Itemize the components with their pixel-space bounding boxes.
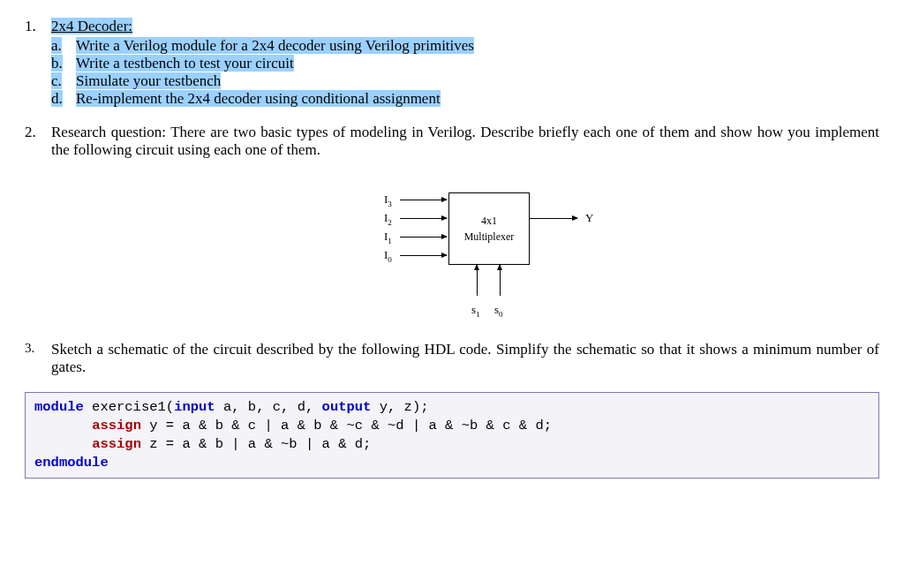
kw-assign2: assign (92, 436, 141, 452)
label-i1: I1 (384, 230, 392, 245)
label-y: Y (585, 211, 593, 225)
mux-box: 4x1 Multiplexer (448, 192, 530, 265)
code-inargs: a, b, c, d, (215, 399, 322, 415)
code-assign2: z = a & b | a & ~b | a & d; (141, 436, 371, 452)
label-i0: I0 (384, 248, 392, 264)
code-assign1: y = a & b & c | a & b & ~c & ~d | a & ~b… (141, 418, 552, 433)
arrow-i3 (400, 200, 447, 200)
arrow-i1 (400, 237, 447, 237)
arrow-y (529, 218, 577, 219)
mux-line2: Multiplexer (449, 229, 529, 245)
kw-assign1: assign (92, 418, 141, 433)
q1d-letter: d. (51, 90, 63, 107)
label-i2: I2 (384, 211, 392, 227)
code-block: module exercise1(input a, b, c, d, outpu… (25, 392, 879, 479)
label-i3: I3 (384, 192, 392, 208)
question-2: 2. Research question: There are two basi… (25, 124, 879, 159)
q1b-text: Write a testbench to test your circuit (76, 55, 294, 72)
kw-output: output (322, 399, 372, 415)
mux-line1: 4x1 (449, 213, 529, 229)
kw-module: module (34, 399, 84, 415)
q1c-letter: c. (51, 72, 62, 89)
kw-endmodule: endmodule (34, 455, 109, 471)
question-3: 3. Sketch a schematic of the circuit des… (25, 341, 879, 376)
mux-diagram: 4x1 Multiplexer I3 I2 I1 I0 Y s1 s0 (25, 175, 879, 334)
q2-text: Research question: There are two basic t… (51, 124, 879, 159)
q1c-text: Simulate your testbench (76, 72, 221, 89)
q1-title: 2x4 Decoder: (51, 18, 132, 34)
q1-number: 1. (25, 18, 51, 35)
q3-number: 3. (25, 341, 51, 356)
q1a-letter: a. (51, 37, 62, 54)
kw-input: input (174, 399, 215, 415)
arrow-i0 (400, 255, 447, 256)
arrow-s1 (477, 265, 478, 296)
q1b-letter: b. (51, 55, 63, 72)
q1a-text: Write a Verilog module for a 2x4 decoder… (76, 37, 474, 54)
arrow-i2 (400, 218, 447, 219)
question-1: 1. 2x4 Decoder: a. Write a Verilog modul… (25, 18, 879, 108)
label-s1: s1 (471, 303, 480, 319)
label-s0: s0 (494, 303, 503, 319)
q3-text: Sketch a schematic of the circuit descri… (51, 341, 879, 376)
q2-number: 2. (25, 124, 51, 141)
arrow-s0 (500, 265, 501, 296)
code-outargs: y, z); (371, 399, 428, 415)
q1d-text: Re-implement the 2x4 decoder using condi… (76, 90, 441, 107)
code-modname: exercise1( (84, 399, 174, 415)
